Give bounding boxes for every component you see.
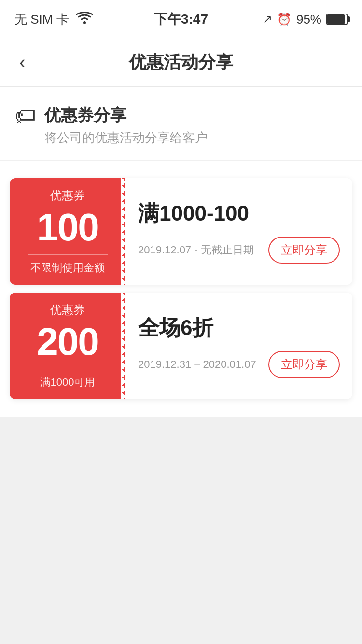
battery-label: 95% (296, 12, 321, 27)
coupon-condition-1: 满1000可用 (40, 375, 96, 390)
coupon-amount-1: 200 (37, 321, 98, 363)
coupon-name-0: 满1000-100 (138, 199, 340, 228)
coupon-left-1: 优惠券 200 满1000可用 (10, 293, 125, 399)
coupon-left-0: 优惠券 100 不限制使用金额 (10, 178, 125, 285)
status-bar: 无 SIM 卡 下午3:47 ↗ ⏰ 95% (0, 0, 362, 39)
section-header: 🏷 优惠券分享 将公司的优惠活动分享给客户 (0, 87, 362, 160)
coupon-label-0: 优惠券 (50, 188, 85, 203)
coupon-list: 优惠券 100 不限制使用金额 满1000-100 2019.12.07 - 无… (0, 161, 362, 417)
location-icon: ↗ (263, 13, 272, 26)
page-title: 优惠活动分享 (129, 51, 233, 74)
status-time: 下午3:47 (154, 10, 208, 28)
status-right: ↗ ⏰ 95% (263, 12, 348, 27)
coupon-date-0: 2019.12.07 - 无截止日期 (138, 243, 263, 257)
back-button[interactable]: ‹ (14, 47, 30, 78)
coupon-date-1: 2019.12.31 – 2020.01.07 (138, 358, 263, 371)
svg-point-0 (83, 21, 86, 24)
coupon-section-icon: 🏷 (14, 105, 36, 126)
share-button-1[interactable]: 立即分享 (268, 351, 340, 378)
coupon-label-1: 优惠券 (50, 302, 85, 318)
coupon-divider-1 (28, 369, 108, 369)
coupon-card: 优惠券 100 不限制使用金额 满1000-100 2019.12.07 - 无… (10, 178, 352, 285)
background-fill (0, 417, 362, 610)
carrier-label: 无 SIM 卡 (14, 11, 69, 28)
coupon-amount-0: 100 (37, 206, 98, 249)
alarm-icon: ⏰ (277, 13, 292, 26)
coupon-right-1: 全场6折 2019.12.31 – 2020.01.07 立即分享 (125, 293, 352, 399)
section-subtitle: 将公司的优惠活动分享给客户 (44, 129, 208, 146)
status-left: 无 SIM 卡 (14, 11, 93, 28)
coupon-card: 优惠券 200 满1000可用 全场6折 2019.12.31 – 2020.0… (10, 293, 352, 399)
coupon-condition-0: 不限制使用金额 (30, 261, 105, 275)
section-text: 优惠券分享 将公司的优惠活动分享给客户 (44, 104, 208, 146)
wifi-icon (76, 11, 93, 28)
coupon-meta-0: 2019.12.07 - 无截止日期 立即分享 (138, 237, 340, 264)
coupon-right-0: 满1000-100 2019.12.07 - 无截止日期 立即分享 (125, 178, 352, 285)
coupon-name-1: 全场6折 (138, 314, 340, 342)
coupon-meta-1: 2019.12.31 – 2020.01.07 立即分享 (138, 351, 340, 378)
share-button-0[interactable]: 立即分享 (268, 237, 340, 264)
nav-bar: ‹ 优惠活动分享 (0, 39, 362, 87)
battery-icon (326, 14, 348, 25)
coupon-divider-0 (28, 254, 108, 255)
section-title: 优惠券分享 (44, 104, 208, 126)
